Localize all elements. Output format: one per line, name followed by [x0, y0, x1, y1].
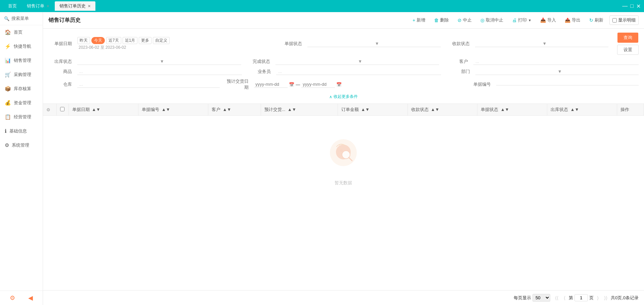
- stop-button[interactable]: ⊘ 中止: [455, 16, 474, 25]
- th-warehouse-status[interactable]: 出库状态 ▲▼: [547, 104, 617, 116]
- empty-row: 暂无数据: [43, 116, 644, 206]
- first-page-btn[interactable]: ⟨⟨: [553, 295, 560, 301]
- empty-state: 暂无数据: [43, 116, 644, 206]
- print-icon: 🖨: [512, 17, 517, 23]
- order-no-field[interactable]: [496, 84, 639, 85]
- order-no-label: 单据编号: [467, 81, 491, 87]
- display-detail-checkbox[interactable]: [612, 18, 617, 23]
- tab-sales-order[interactable]: 销售订单 ✕: [22, 1, 54, 11]
- next-page-btn[interactable]: ⟩: [595, 295, 601, 301]
- department-label: 部门: [446, 69, 470, 75]
- import-icon: 📥: [540, 17, 546, 23]
- warehouse2-field[interactable]: ...: [77, 81, 220, 88]
- empty-illustration: [327, 136, 360, 176]
- collapse-btn[interactable]: ∧ 收起更多条件: [48, 94, 639, 100]
- sidebar-item-quick-nav[interactable]: ⚡ 快捷导航: [0, 39, 43, 53]
- th-order-status[interactable]: 单据状态 ▲▼: [477, 104, 547, 116]
- date-today-btn[interactable]: 今天: [91, 37, 105, 44]
- collapse-sidebar-icon[interactable]: ◀: [28, 294, 33, 302]
- date-last1month-btn[interactable]: 近1月: [123, 37, 138, 44]
- query-area: 查询 设置: [617, 33, 639, 55]
- sidebar-item-basic-info[interactable]: ℹ 基础信息: [0, 124, 43, 138]
- inventory-icon: 📦: [5, 86, 11, 92]
- goods-field[interactable]: ...: [77, 68, 242, 75]
- department-select[interactable]: ▼: [475, 68, 639, 75]
- filter-row-1: 单据日期 昨天 今天 近7天 近1月 更多 自定义 2023-06-02 至 2…: [48, 33, 639, 55]
- sort-receipt-icon: ▲▼: [431, 107, 439, 112]
- th-receipt-status[interactable]: 收款状态 ▲▼: [407, 104, 477, 116]
- sidebar-item-system[interactable]: ⚙ 系统管理: [0, 138, 43, 152]
- date-more-btn[interactable]: 更多: [139, 37, 152, 44]
- delete-button[interactable]: 🗑 删除: [431, 16, 452, 25]
- salesperson-field[interactable]: ...: [276, 68, 441, 75]
- table-config-icon[interactable]: ⚙: [46, 107, 50, 112]
- cancel-stop-button[interactable]: ◎ 取消中止: [478, 16, 506, 25]
- sort-date-icon: ▲▼: [92, 107, 100, 112]
- th-delivery[interactable]: 预计交货... ▲▼: [261, 104, 338, 116]
- date-custom-btn[interactable]: 自定义: [153, 37, 170, 44]
- delivery-date-label: 预计交货日期: [225, 78, 249, 90]
- close-sales-order-history-tab[interactable]: ✕: [88, 4, 91, 8]
- print-button[interactable]: 🖨 打印 ▼: [509, 16, 534, 25]
- settings-bottom-icon[interactable]: ⚙: [10, 294, 15, 302]
- th-amount[interactable]: 订单金额 ▲▼: [338, 104, 407, 116]
- sidebar-item-home[interactable]: 🏠 首页: [0, 25, 43, 39]
- select-all-checkbox[interactable]: [60, 107, 65, 111]
- th-date[interactable]: 单据日期 ▲▼: [69, 104, 138, 116]
- query-button[interactable]: 查询: [617, 33, 638, 43]
- new-button[interactable]: + 新增: [410, 16, 428, 25]
- page-title: 销售订单历史: [48, 17, 81, 24]
- close-btn[interactable]: ✕: [636, 3, 641, 9]
- pagination: 每页显示 50 100 200 ⟨⟨ ⟨ 第 页 ⟩ ⟩⟩ 共0页,0条记录: [43, 290, 644, 305]
- sidebar-search[interactable]: 🔍 搜索菜单: [0, 12, 43, 25]
- close-sales-order-tab[interactable]: ✕: [46, 4, 49, 8]
- th-config: ⚙: [43, 104, 56, 116]
- delivery-date-start[interactable]: [254, 81, 288, 88]
- date-yesterday-btn[interactable]: 昨天: [77, 37, 90, 44]
- department-arrow-icon: ▼: [558, 69, 637, 74]
- tab-bar: 首页 销售订单 ✕ 销售订单历史 ✕: [3, 1, 622, 11]
- warehouse-select[interactable]: ▼: [77, 58, 241, 65]
- delivery-date-end[interactable]: [301, 81, 335, 88]
- salesperson-label: 业务员: [247, 69, 271, 75]
- refresh-button[interactable]: ↻ 刷新: [587, 16, 606, 25]
- page-input[interactable]: [574, 294, 588, 301]
- toolbar: + 新增 🗑 删除 ⊘ 中止 ◎ 取消中止 🖨 打印: [410, 15, 639, 25]
- basic-info-icon: ℹ: [5, 128, 7, 134]
- customer-field[interactable]: ...: [473, 58, 639, 65]
- tab-home[interactable]: 首页: [3, 1, 22, 11]
- sort-amount-icon: ▲▼: [361, 107, 370, 112]
- sidebar-item-sales[interactable]: 📊 销售管理: [0, 53, 43, 68]
- date-last7-btn[interactable]: 近7天: [106, 37, 121, 44]
- receipt-select[interactable]: ▼: [475, 40, 608, 47]
- display-detail-btn[interactable]: 显示明细: [609, 15, 639, 25]
- last-page-btn[interactable]: ⟩⟩: [602, 295, 609, 301]
- stop-icon: ⊘: [458, 17, 462, 23]
- page-size-dropdown[interactable]: 50 100 200: [532, 294, 550, 302]
- export-button[interactable]: 📤 导出: [562, 16, 583, 25]
- content-area: 销售订单历史 + 新增 🗑 删除 ⊘ 中止 ◎ 取消中止: [43, 12, 644, 305]
- sidebar-item-finance[interactable]: 💰 资金管理: [0, 96, 43, 110]
- warehouse2-label: 仓库: [48, 81, 72, 87]
- setting-button[interactable]: 设置: [617, 45, 639, 55]
- receipt-arrow-icon: ▼: [543, 41, 607, 46]
- sidebar-item-inventory[interactable]: 📦 库存核算: [0, 82, 43, 96]
- maximize-btn[interactable]: □: [630, 3, 634, 9]
- svg-point-4: [340, 149, 343, 152]
- date-range-text: 2023-06-02 至 2023-06-02: [79, 45, 273, 50]
- sidebar-bottom: ⚙ ◀: [0, 291, 43, 305]
- quick-nav-icon: ⚡: [5, 43, 11, 49]
- status-select[interactable]: ▼: [307, 40, 441, 47]
- sidebar-item-operations[interactable]: 📋 经营管理: [0, 110, 43, 124]
- sidebar-item-purchase[interactable]: 🛒 采购管理: [0, 68, 43, 82]
- new-icon: +: [413, 17, 415, 23]
- import-button[interactable]: 📥 导入: [538, 16, 559, 25]
- table-header-row: ⚙ 单据日期 ▲▼ 单据编号 ▲▼: [43, 104, 644, 116]
- tab-sales-order-history[interactable]: 销售订单历史 ✕: [55, 1, 95, 11]
- complete-select[interactable]: ▼: [275, 58, 439, 65]
- minimize-btn[interactable]: —: [622, 3, 628, 9]
- th-no[interactable]: 单据编号 ▲▼: [138, 104, 208, 116]
- prev-page-btn[interactable]: ⟨: [562, 295, 567, 301]
- th-customer[interactable]: 客户 ▲▼: [208, 104, 261, 116]
- th-checkbox: [56, 104, 69, 116]
